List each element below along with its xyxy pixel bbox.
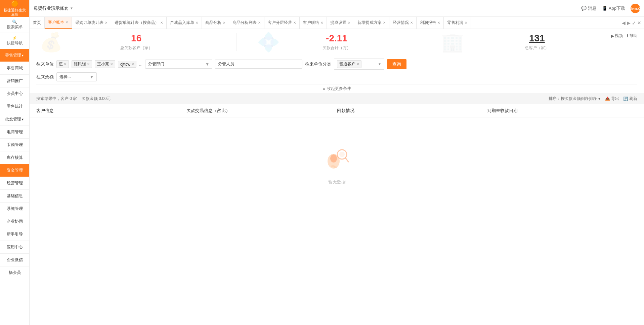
- sidebar-item-wxenterprise[interactable]: 企业微信: [0, 254, 29, 266]
- tab-label: 采购订单统计表: [75, 20, 103, 26]
- result-summary: 搜索结果中，客户 0 家 欠款金额 0.00元: [36, 96, 111, 102]
- filter-dept-select[interactable]: 分管部门 ▼: [145, 60, 212, 69]
- close-icon[interactable]: ✕: [320, 21, 323, 25]
- sort-select[interactable]: 排序：按欠款金额倒序排序 ▼: [549, 96, 601, 102]
- filter-unit-label: 往来单位: [36, 61, 54, 67]
- tab-home[interactable]: 首页: [30, 17, 45, 29]
- tab-product-analysis-list[interactable]: 商品分析列表 ✕: [229, 17, 264, 29]
- sidebar-item-inventory[interactable]: 库存核算: [0, 151, 29, 164]
- sidebar-item-changmember[interactable]: 畅会员: [0, 266, 29, 279]
- close-icon[interactable]: ✕: [258, 21, 261, 25]
- sidebar-item-purchase[interactable]: 采购管理: [0, 139, 29, 151]
- app-logo: 🟠 畅捷通好生意 标版: [0, 0, 29, 17]
- filter-balance-label: 往来余额: [36, 74, 54, 80]
- tab-label: 客户账本: [48, 20, 64, 25]
- tab-purchase-order-stat[interactable]: 采购订单统计表 ✕: [72, 17, 111, 29]
- stat-credit-customers-value: 16: [131, 33, 141, 44]
- chevron-down-icon: ▼: [598, 97, 601, 101]
- sidebar-item-finance[interactable]: 资金管理: [0, 164, 29, 177]
- export-btn[interactable]: 📤 导出: [605, 96, 619, 102]
- filter-unittype-label: 往来单位分类: [305, 61, 331, 67]
- sidebar-item-search[interactable]: 🔍 搜索菜单: [0, 17, 29, 33]
- close-icon[interactable]: ✕: [160, 21, 163, 25]
- filter-tag-3: cjttcw ✕: [118, 61, 136, 68]
- sidebar-item-system[interactable]: 系统管理: [0, 203, 29, 215]
- tab-product-inbound[interactable]: 产成品入库单 ✕: [167, 17, 202, 29]
- topbar-right: 💬 消息 📱 App下载 demo2: [581, 4, 640, 13]
- customer-type-close[interactable]: ✕: [356, 62, 359, 66]
- tab-scroll-left-icon[interactable]: ◀: [622, 20, 626, 26]
- tab-customer-ledger[interactable]: 客户账本 ✕: [45, 17, 72, 29]
- search-icon: 🔍: [12, 20, 17, 24]
- close-icon[interactable]: ✕: [196, 21, 198, 25]
- sidebar-item-ecommerce[interactable]: 电商管理: [0, 126, 29, 139]
- stat-credit-customers-label: 总欠款客户（家）: [120, 45, 153, 51]
- stat-total-customers-label: 总客户（家）: [525, 45, 549, 51]
- tab-customer-layering[interactable]: 客户分层经营 ✕: [264, 17, 300, 29]
- tab-product-analysis[interactable]: 商品分析 ✕: [202, 17, 229, 29]
- tab-scroll-right-icon[interactable]: ▶: [627, 20, 631, 26]
- stat-credit-total-label: 欠款合计（万）: [323, 45, 351, 51]
- tab-customer-contact[interactable]: 客户联络 ✕: [300, 17, 327, 29]
- play-icon: ▶: [611, 34, 614, 38]
- filter-more-tags[interactable]: ...: [139, 62, 142, 67]
- tab-commission-settings[interactable]: 提成设置 ✕: [327, 17, 354, 29]
- sidebar-item-newguide[interactable]: 新手引导: [0, 228, 29, 241]
- tab-expand-icon[interactable]: ⤢: [632, 20, 636, 26]
- tabbar: 首页 客户账本 ✕ 采购订单统计表 ✕ 进货单统计表（按商品） ✕ 产成品入库单…: [30, 17, 644, 29]
- sidebar-item-marketing[interactable]: 营销推广: [0, 75, 29, 87]
- stat-credit-total-value: -2.11: [326, 33, 347, 44]
- tab-label: 经营情况: [393, 20, 409, 26]
- tag-close-2[interactable]: ✕: [110, 62, 113, 66]
- tab-profit-report[interactable]: 利润报告 ✕: [417, 17, 444, 29]
- tab-add-commission[interactable]: 新增提成方案 ✕: [354, 17, 389, 29]
- query-button[interactable]: 查询: [387, 59, 406, 69]
- tab-close-all-icon[interactable]: ✕: [637, 20, 641, 26]
- tag-close-1[interactable]: ✕: [87, 62, 90, 66]
- sidebar-item-wholesale[interactable]: 批发管理 ▼: [0, 113, 29, 126]
- close-icon[interactable]: ✕: [410, 21, 413, 25]
- tab-operations[interactable]: 经营情况 ✕: [389, 17, 417, 29]
- refresh-btn[interactable]: 🔄 刷新: [623, 96, 637, 102]
- sidebar-item-member[interactable]: 会员中心: [0, 87, 29, 100]
- sidebar-item-basics[interactable]: 基础信息: [0, 190, 29, 203]
- chevron-up-icon: ∧: [323, 86, 326, 91]
- video-btn[interactable]: ▶ 视频: [611, 33, 623, 39]
- sidebar-item-retailmall[interactable]: 零售商城: [0, 62, 29, 75]
- tag-close-0[interactable]: ✕: [64, 62, 67, 66]
- sidebar-item-retail[interactable]: 零售管理 ▼: [0, 49, 29, 62]
- avatar[interactable]: demo2: [631, 4, 640, 13]
- filter-unittype-select[interactable]: 普通客户 ✕ ▼: [334, 59, 384, 70]
- close-icon[interactable]: ✕: [105, 21, 108, 25]
- message-btn[interactable]: 💬 消息: [581, 5, 597, 11]
- close-icon[interactable]: ✕: [66, 21, 68, 24]
- close-icon[interactable]: ✕: [348, 21, 350, 25]
- tag-text-2: 王小亮: [97, 61, 109, 67]
- stats-bar: 💰 💠 🏢 16 总欠款客户（家） -2.11 欠款合计（万） 131 总客户（…: [30, 29, 644, 55]
- account-selector[interactable]: 母婴行业演示账套 ▼: [34, 5, 73, 11]
- topbar: 母婴行业演示账套 ▼ 💬 消息 📱 App下载 demo2: [30, 0, 644, 17]
- sidebar-item-operations[interactable]: 经营管理: [0, 177, 29, 190]
- col-due-date: 到期未收款日期: [487, 108, 637, 114]
- filter-balance-select[interactable]: 选择... ▼: [56, 72, 97, 81]
- tab-purchase-stat-by-product[interactable]: 进货单统计表（按商品） ✕: [111, 17, 167, 29]
- filter-bar: 往来单位 伍 ✕ 陈民强 ✕ 王小亮 ✕ cjttcw ✕ ...: [30, 55, 644, 93]
- close-icon[interactable]: ✕: [465, 21, 467, 25]
- tag-close-3[interactable]: ✕: [131, 62, 134, 66]
- app-download-btn[interactable]: 📱 App下载: [602, 5, 625, 11]
- help-btn[interactable]: ℹ 帮助: [627, 33, 637, 39]
- table-header: 客户信息 欠款交易信息（占比） 回款情况 到期未收款日期: [30, 104, 644, 117]
- sidebar-item-quicknav[interactable]: ⚡ 快捷导航: [0, 33, 29, 49]
- close-icon[interactable]: ✕: [293, 21, 296, 25]
- collapse-filters-btn[interactable]: ∧ 收起更多条件: [36, 84, 637, 93]
- tab-retail-profit[interactable]: 零售利润 ✕: [444, 17, 471, 29]
- sidebar-item-retailstat[interactable]: 零售统计: [0, 100, 29, 113]
- close-icon[interactable]: ✕: [437, 21, 440, 25]
- svg-point-6: [334, 167, 337, 168]
- close-icon[interactable]: ✕: [223, 21, 225, 25]
- sidebar-item-appcenter[interactable]: 应用中心: [0, 241, 29, 254]
- stat-total-customers: 131 总客户（家）: [437, 33, 637, 51]
- sidebar-item-collab[interactable]: 企业协同: [0, 215, 29, 228]
- filter-manager-select[interactable]: 分管人员 ...: [215, 60, 302, 69]
- close-icon[interactable]: ✕: [383, 21, 386, 25]
